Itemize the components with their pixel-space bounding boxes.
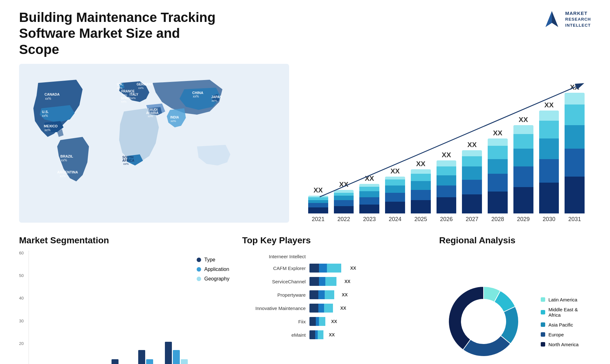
bar-segment [437,175,457,185]
player-bar-segment [319,317,325,326]
svg-point-37 [463,301,504,342]
bar-label-2021: XX [314,186,323,194]
y-label: 20 [19,341,29,346]
svg-text:xx%: xx% [45,97,51,100]
player-val: XX [350,266,356,271]
bar-segment [334,193,354,196]
reg-legend-label: North America [548,342,579,347]
reg-legend-dot [541,322,545,327]
bar-segment [308,203,328,207]
bar-segment [359,187,379,191]
seg-bar [146,359,153,364]
bar-col-2026: XX [437,151,457,213]
bar-segment [539,111,559,121]
player-bar-segment [309,290,318,299]
bar-segment [411,181,431,190]
player-bar-wrap: XX [309,317,426,326]
donut-area: Latin AmericaMiddle East & AfricaAsia Pa… [439,251,591,364]
bar-col-2027: XX [462,141,482,213]
player-bar-inner [309,317,329,326]
bar-label-2027: XX [467,141,477,149]
players-chart: Interneer IntellectCAFM ExplorerXXServic… [242,251,426,364]
bar-segment [513,149,533,166]
svg-text:xx%: xx% [117,86,122,90]
header: Building Maintenance Tracking Software M… [19,10,591,57]
top-section: CANADA xx% U.S. xx% MEXICO xx% BRAZIL xx… [19,64,591,223]
seg-bar [112,359,119,364]
y-label: 50 [19,273,29,278]
player-bar-segment [316,317,319,326]
player-bar-inner [309,290,339,299]
bottom-section: Market Segmentation 6050403020100 202120… [19,235,591,364]
regional-legend-item: Latin America [541,297,591,302]
bar-segment [334,196,354,200]
bar-chart-bars: XXXXXXXXXXXXXXXXXXXXXX [302,64,591,213]
player-row: CAFM ExplorerXX [242,264,426,273]
player-bar-inner [309,304,338,313]
bar-segment [565,149,585,177]
svg-text:xx%: xx% [122,93,127,97]
bar-col-2029: XX [513,116,533,213]
player-bar-segment [325,277,336,286]
bar-segment [539,183,559,213]
player-row: FiixXX [242,317,426,326]
bar-segment [385,177,405,179]
bar-col-2024: XX [385,167,405,213]
bar-x-labels: 2021202220232024202520262027202820292030… [302,213,591,223]
bar-x-label-2029: 2029 [513,216,533,223]
svg-text:INDIA: INDIA [170,116,179,119]
bar-col-2023: XX [359,174,379,213]
player-bar-segment [318,290,325,299]
svg-text:xx%: xx% [42,114,48,118]
bar-segment [411,169,431,174]
bar-segment [539,121,559,138]
player-val: XX [331,319,337,324]
bar-label-2030: XX [544,101,553,109]
player-val: XX [344,279,350,284]
bar-x-label-2028: 2028 [488,216,508,223]
svg-text:BRAZIL: BRAZIL [60,154,73,158]
svg-text:ITALY: ITALY [130,93,139,96]
player-bar-segment [319,264,327,273]
player-name: ServiceChannel [242,279,306,284]
seg-bar-group-2024 [112,359,134,364]
player-bar-segment [309,317,316,326]
seg-bar-group-2025 [138,350,161,364]
regional-legend: Latin AmericaMiddle East & AfricaAsia Pa… [541,297,591,347]
player-row: Innovative MaintenanceXX [242,304,426,313]
svg-text:GERMANY: GERMANY [137,83,153,86]
bar-segment [488,174,508,192]
world-map: CANADA xx% U.S. xx% MEXICO xx% BRAZIL xx… [19,64,289,223]
bar-segment [411,174,431,181]
svg-text:xx%: xx% [212,99,217,102]
player-bar-segment [327,264,341,273]
player-bar-segment [309,264,319,273]
player-bar-segment [318,304,324,313]
svg-text:xx%: xx% [171,119,176,123]
svg-text:SPAIN: SPAIN [121,97,130,100]
y-label: 30 [19,319,29,323]
seg-bar [138,350,145,364]
bar-segment [385,179,405,185]
svg-text:xx%: xx% [193,95,199,98]
player-bar-segment [318,330,323,339]
logo-area: MARKET RESEARCH INTELLECT [542,10,591,29]
bar-x-label-2024: 2024 [385,216,405,223]
bar-col-2030: XX [539,101,559,213]
seg-bars-inner [29,251,190,364]
bar-label-2022: XX [339,180,348,189]
svg-text:ARGENTINA: ARGENTINA [57,170,78,174]
bar-segment [513,134,533,149]
regional-legend-item: Europe [541,332,591,337]
bar-segment [565,177,585,213]
svg-text:CANADA: CANADA [44,92,60,96]
bar-segment [488,146,508,159]
svg-text:JAPAN: JAPAN [211,95,222,99]
logo-icon [542,10,561,29]
player-name: eMaint [242,332,306,338]
seg-bar [181,359,188,364]
map-container: CANADA xx% U.S. xx% MEXICO xx% BRAZIL xx… [19,64,289,223]
bar-segment [539,159,559,183]
bar-segment [411,200,431,213]
bar-segment [308,207,328,213]
